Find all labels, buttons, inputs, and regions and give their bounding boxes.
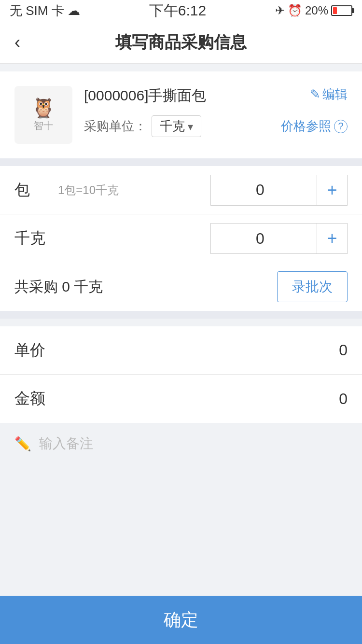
- unit-price-label: 单价: [14, 340, 45, 361]
- nav-bar: ‹ 填写商品采购信息: [0, 21, 362, 64]
- edit-pencil-icon: ✎: [310, 87, 320, 102]
- price-ref-button[interactable]: 价格参照 ?: [281, 118, 348, 135]
- page-title: 填写商品采购信息: [115, 31, 247, 54]
- location-icon: ✈: [275, 4, 285, 17]
- remark-section[interactable]: ✏️ 输入备注: [0, 423, 362, 464]
- status-right: ✈ ⏰ 20%: [275, 4, 352, 17]
- record-batch-button[interactable]: 录批次: [277, 271, 348, 302]
- unit-select[interactable]: 千克: [152, 115, 201, 137]
- product-info: [0000006]手撕面包 ✎ 编辑 采购单位： 千克 价格参照 ?: [84, 86, 348, 137]
- package-sublabel: 1包=10千克: [58, 182, 119, 198]
- product-name: [0000006]手撕面包: [84, 86, 206, 106]
- help-icon: ?: [334, 120, 348, 133]
- back-button[interactable]: ‹: [10, 28, 25, 57]
- kg-label: 千克: [14, 228, 53, 249]
- package-input-row: 包 1包=10千克 +: [0, 166, 362, 214]
- product-card: 🦉 智十 [0000006]手撕面包 ✎ 编辑 采购单位： 千克 价格参照 ?: [0, 71, 362, 158]
- unit-label: 采购单位：: [84, 118, 147, 135]
- input-section: 包 1包=10千克 + 千克 +: [0, 166, 362, 263]
- owl-icon: 🦉: [31, 98, 56, 117]
- chevron-down-icon: [188, 119, 193, 134]
- amount-row: 金额 0: [0, 375, 362, 423]
- total-row: 共采购 0 千克 录批次: [0, 263, 362, 311]
- unit-price-value: 0: [339, 341, 348, 359]
- package-plus-button[interactable]: +: [317, 175, 348, 206]
- package-label: 包: [14, 180, 53, 201]
- package-controls: +: [210, 175, 348, 206]
- edit-button[interactable]: ✎ 编辑: [310, 86, 348, 103]
- section-divider-1: [0, 158, 362, 166]
- price-section: 单价 0 金额 0: [0, 326, 362, 423]
- total-label: 共采购 0 千克: [14, 277, 103, 297]
- product-thumbnail: 🦉 智十: [14, 86, 72, 144]
- remark-placeholder: 输入备注: [39, 434, 93, 453]
- amount-label: 金额: [14, 388, 45, 409]
- status-left: 无 SIM 卡 ☁: [10, 2, 80, 19]
- kg-input-row: 千克 +: [0, 214, 362, 263]
- product-meta: 采购单位： 千克 价格参照 ?: [84, 115, 348, 137]
- package-input[interactable]: [210, 175, 317, 206]
- alarm-icon: ⏰: [288, 4, 302, 17]
- battery-percent: 20%: [305, 4, 328, 17]
- sim-label: 无 SIM 卡 ☁: [10, 2, 80, 19]
- status-time: 下午6:12: [149, 1, 206, 21]
- brand-label: 智十: [34, 119, 53, 132]
- kg-controls: +: [210, 223, 348, 254]
- amount-value: 0: [339, 390, 348, 408]
- unit-price-row: 单价 0: [0, 326, 362, 375]
- pencil-icon: ✏️: [14, 436, 31, 452]
- section-divider-2: [0, 311, 362, 319]
- confirm-button[interactable]: 确定: [0, 596, 362, 644]
- kg-plus-button[interactable]: +: [317, 223, 348, 254]
- status-bar: 无 SIM 卡 ☁ 下午6:12 ✈ ⏰ 20%: [0, 0, 362, 21]
- battery-icon: [331, 5, 352, 16]
- kg-input[interactable]: [210, 223, 317, 254]
